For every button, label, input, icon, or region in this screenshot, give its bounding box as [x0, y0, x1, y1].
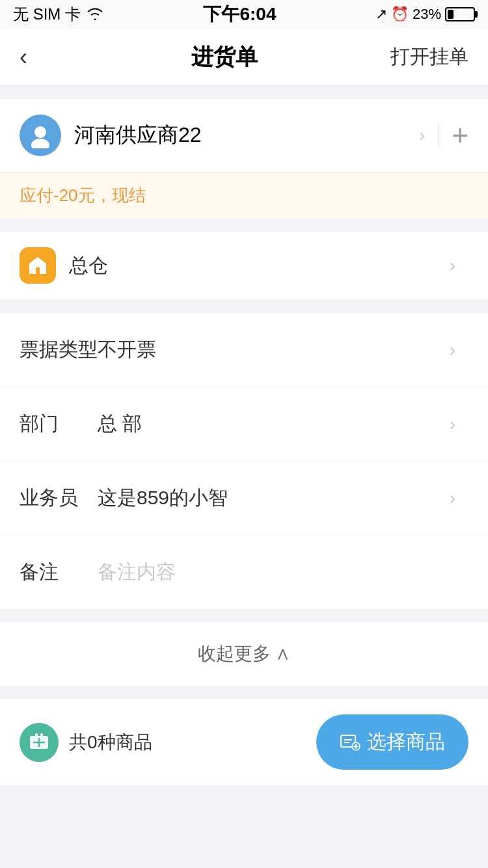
- salesperson-label: 业务员: [20, 485, 98, 511]
- warehouse-section: 总仓 ›: [0, 232, 488, 300]
- cart-icon: [27, 731, 51, 754]
- remark-label: 备注: [20, 559, 98, 586]
- bill-type-chevron-icon: ›: [450, 340, 455, 360]
- bottom-bar: 共0种商品 选择商品: [0, 699, 488, 785]
- alarm-icon: ⏰: [391, 6, 409, 23]
- salesperson-chevron-icon: ›: [450, 488, 455, 509]
- chevron-right-icon: ›: [419, 125, 425, 146]
- product-count-text: 共0种商品: [69, 730, 152, 755]
- department-chevron-icon: ›: [450, 414, 455, 435]
- location-icon: ↗: [375, 6, 387, 23]
- select-product-button[interactable]: 选择商品: [316, 714, 468, 770]
- select-product-label: 选择商品: [367, 729, 445, 755]
- warehouse-icon: [20, 247, 56, 284]
- open-hang-button[interactable]: 打开挂单: [390, 44, 468, 70]
- svg-point-1: [31, 139, 49, 148]
- warehouse-row[interactable]: 总仓 ›: [0, 232, 488, 300]
- svg-rect-4: [40, 733, 43, 737]
- remark-input[interactable]: 备注内容: [98, 559, 468, 586]
- warehouse-name: 总仓: [69, 252, 450, 279]
- remark-row[interactable]: 备注 备注内容: [0, 536, 488, 609]
- battery-icon: [445, 7, 475, 21]
- separator-1: [0, 86, 488, 99]
- product-icon: [20, 723, 59, 762]
- status-bar: 无 SIM 卡 下午6:04 ↗ ⏰ 23%: [0, 0, 488, 29]
- status-right: ↗ ⏰ 23%: [375, 6, 475, 23]
- form-section: 票据类型 不开票 › 部门 总 部 › 业务员 这是859的小智 › 备注 备注…: [0, 313, 488, 609]
- warehouse-chevron-icon: ›: [450, 255, 455, 276]
- svg-rect-3: [35, 733, 38, 737]
- supplier-name: 河南供应商22: [74, 121, 419, 150]
- bill-type-label: 票据类型: [20, 336, 98, 363]
- supplier-avatar: [20, 115, 61, 156]
- supplier-row[interactable]: 河南供应商22 › +: [0, 99, 488, 172]
- house-icon: [27, 254, 49, 277]
- collapse-button[interactable]: 收起更多 ∧: [0, 622, 488, 686]
- divider: [438, 122, 439, 148]
- avatar-icon: [27, 122, 53, 148]
- collapse-label: 收起更多 ∧: [198, 644, 291, 664]
- department-row[interactable]: 部门 总 部 ›: [0, 387, 488, 461]
- bill-type-value: 不开票: [98, 336, 450, 363]
- notice-text: 应付-20元，现结: [20, 185, 146, 205]
- notice-bar: 应付-20元，现结: [0, 172, 488, 219]
- back-button[interactable]: ‹: [20, 44, 59, 71]
- supplier-section: 河南供应商22 › + 应付-20元，现结: [0, 99, 488, 219]
- product-count-area: 共0种商品: [20, 723, 152, 762]
- battery-text: 23%: [413, 6, 441, 23]
- wifi-icon: [86, 8, 104, 21]
- page-title: 进货单: [191, 42, 258, 72]
- salesperson-value: 这是859的小智: [98, 485, 450, 511]
- department-value: 总 部: [98, 411, 450, 437]
- status-time: 下午6:04: [203, 2, 276, 27]
- select-product-icon: [340, 732, 360, 753]
- bill-type-row[interactable]: 票据类型 不开票 ›: [0, 313, 488, 387]
- signal-text: 无 SIM 卡: [13, 4, 81, 25]
- svg-point-0: [34, 126, 46, 138]
- add-supplier-button[interactable]: +: [452, 121, 468, 150]
- department-label: 部门: [20, 411, 98, 437]
- nav-bar: ‹ 进货单 打开挂单: [0, 29, 488, 86]
- status-left: 无 SIM 卡: [13, 4, 104, 25]
- salesperson-row[interactable]: 业务员 这是859的小智 ›: [0, 461, 488, 536]
